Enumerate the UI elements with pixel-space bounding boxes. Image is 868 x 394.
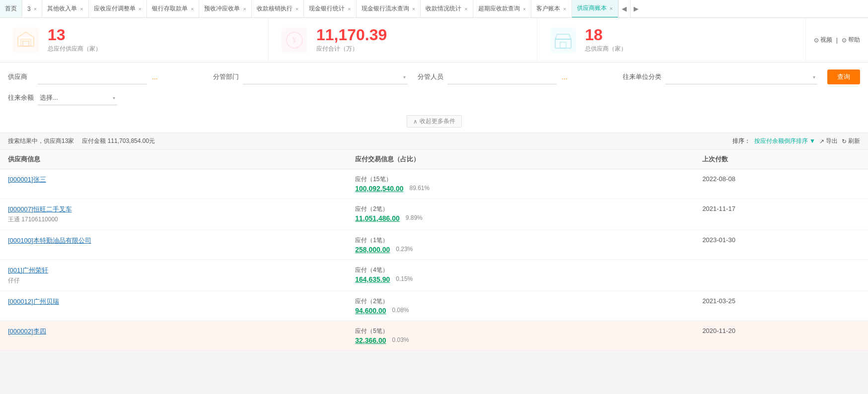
export-button[interactable]: ↗ 导出 bbox=[819, 137, 838, 145]
supplier-icon bbox=[12, 26, 40, 54]
payable-amount-link[interactable]: 100,092,540.00 bbox=[355, 185, 403, 193]
dept-select-wrap: ▾ bbox=[243, 69, 408, 84]
payable-count: 应付（2笔） bbox=[355, 205, 686, 213]
nav-tab-receipt-stat-close[interactable]: × bbox=[464, 6, 467, 12]
nav-tab-customer-account-label: 客户账本 bbox=[536, 4, 560, 13]
nav-tab-ar-ap-adjust-close[interactable]: × bbox=[139, 6, 142, 12]
payable-amount-link[interactable]: 94,600.00 bbox=[355, 307, 386, 315]
table-row: [000002]李四应付（5笔）32,366.000.03%2020-11-20 bbox=[0, 321, 868, 351]
refresh-button[interactable]: ↻ 刷新 bbox=[842, 137, 860, 145]
summary-payable-number: 11,170.39 bbox=[316, 27, 387, 43]
results-bar: 搜索结果中，供应商13家 应付金额 111,703,854.00元 排序： 按应… bbox=[0, 133, 868, 150]
nav-tab-supplier-account-label: 供应商账本 bbox=[577, 4, 607, 12]
nav-tab-advance-offset-close[interactable]: × bbox=[243, 6, 246, 12]
nav-tab-customer-account-close[interactable]: × bbox=[563, 6, 566, 12]
filter-supplier: 供应商 ... bbox=[8, 69, 203, 84]
nav-tab-home[interactable]: 首页 bbox=[0, 0, 22, 18]
category-filter-label: 往来单位分类 bbox=[623, 72, 661, 81]
dept-select[interactable] bbox=[243, 69, 408, 84]
nav-tab-supplier-account[interactable]: 供应商账本 × bbox=[572, 0, 618, 18]
supplier-input[interactable] bbox=[38, 69, 147, 84]
payable-percent: 89.61% bbox=[410, 185, 430, 192]
nav-tab-bank-deposit-close[interactable]: × bbox=[191, 6, 194, 12]
collapse-bar: ∧ 收起更多条件 bbox=[8, 111, 860, 132]
th-supplier-info: 供应商信息 bbox=[0, 150, 347, 169]
payable-info-cell: 应付（2笔）11,051,486.009.89% bbox=[347, 199, 694, 230]
supplier-name-link[interactable]: [000100]本特勤油品有限公司 bbox=[8, 237, 91, 244]
results-summary: 搜索结果中，供应商13家 应付金额 111,703,854.00元 bbox=[8, 137, 155, 145]
nav-tab-3-close[interactable]: × bbox=[34, 6, 37, 12]
nav-tab-overdue-ar[interactable]: 超期应收款查询 × bbox=[473, 0, 531, 18]
nav-tab-cash-bank-stat-close[interactable]: × bbox=[348, 6, 351, 12]
nav-arrow-right[interactable]: ▶ bbox=[630, 0, 642, 18]
nav-tab-receipt-verify-close[interactable]: × bbox=[295, 6, 298, 12]
collapse-up-icon: ∧ bbox=[413, 118, 418, 125]
nav-tab-3[interactable]: 3 × bbox=[22, 0, 42, 18]
nav-tab-cash-bank-stat[interactable]: 现金银行统计 × bbox=[304, 0, 356, 18]
nav-tab-receipt-stat[interactable]: 收款情况统计 × bbox=[421, 0, 473, 18]
collapse-button[interactable]: ∧ 收起更多条件 bbox=[407, 115, 462, 128]
help-link[interactable]: 帮助 bbox=[848, 36, 860, 44]
results-actions: 排序： 按应付余额倒序排序 ▼ ↗ 导出 ↻ 刷新 bbox=[732, 137, 860, 145]
nav-tab-home-label: 首页 bbox=[5, 4, 17, 13]
circle-icon-2: ⊙ bbox=[842, 37, 847, 44]
payable-amount-link[interactable]: 164,635.90 bbox=[355, 275, 390, 283]
payable-info-cell: 应付（2笔）94,600.000.08% bbox=[347, 291, 694, 321]
person-more-icon[interactable]: ... bbox=[562, 73, 568, 81]
nav-tab-overdue-ar-close[interactable]: × bbox=[523, 6, 526, 12]
person-input[interactable] bbox=[447, 69, 557, 84]
nav-tab-advance-offset[interactable]: 预收冲应收单 × bbox=[199, 0, 251, 18]
th-payable-info: 应付交易信息（占比） bbox=[347, 150, 694, 169]
supplier-name-link[interactable]: [000001]张三 bbox=[8, 176, 46, 183]
summary-suppliers-number: 13 bbox=[48, 27, 101, 43]
sort-label: 排序： bbox=[732, 137, 750, 145]
filter-balance: 往来余额 选择... ▾ bbox=[8, 90, 147, 105]
filter-person: 分管人员 ... bbox=[418, 69, 613, 84]
nav-tab-receipt-verify[interactable]: 收款核销执行 × bbox=[252, 0, 304, 18]
supplier-name-link[interactable]: [000012]广州贝瑞 bbox=[8, 298, 59, 305]
supplier-name-link[interactable]: [000007]恒旺二手叉车 bbox=[8, 205, 72, 213]
supplier-info-cell: [000012]广州贝瑞 bbox=[0, 291, 347, 321]
summary-card-2-content: 11,170.39 应付合计（万） bbox=[316, 27, 387, 53]
supplier-info-cell: [000100]本特勤油品有限公司 bbox=[0, 230, 347, 260]
refresh-icon: ↻ bbox=[842, 138, 847, 145]
summary-card-3-content: 18 总供应商（家） bbox=[585, 27, 627, 53]
supplier-more-icon[interactable]: ... bbox=[152, 73, 158, 81]
last-payment-cell bbox=[694, 260, 868, 291]
table-row: [000100]本特勤油品有限公司应付（1笔）258,000.000.23%20… bbox=[0, 230, 868, 260]
nav-tab-other-income[interactable]: 其他收入单 × bbox=[42, 0, 88, 18]
results-amount-text: 应付金额 111,703,854.00元 bbox=[82, 137, 155, 145]
summary-card-1-content: 13 总应付供应商（家） bbox=[48, 27, 101, 53]
payable-count: 应付（1笔） bbox=[355, 236, 686, 245]
category-select[interactable] bbox=[665, 69, 818, 84]
payable-amount-link[interactable]: 11,051,486.00 bbox=[355, 214, 400, 222]
sort-value[interactable]: 按应付余额倒序排序 ▼ bbox=[754, 137, 815, 145]
nav-tab-supplier-account-close[interactable]: × bbox=[610, 5, 613, 11]
table-row: [000001]张三应付（15笔）100,092,540.0089.61%202… bbox=[0, 169, 868, 199]
nav-arrow-left[interactable]: ◀ bbox=[618, 0, 630, 18]
supplier-name-link[interactable]: [001]广州荣轩 bbox=[8, 266, 48, 274]
nav-tab-other-income-close[interactable]: × bbox=[80, 6, 83, 12]
nav-tab-ar-ap-adjust[interactable]: 应收应付调整单 × bbox=[89, 0, 147, 18]
payable-percent: 0.03% bbox=[392, 336, 409, 343]
summary-total-suppliers-label: 总供应商（家） bbox=[585, 45, 627, 53]
payable-count: 应付（2笔） bbox=[355, 297, 686, 306]
nav-tab-cash-bank-flow[interactable]: 现金银行流水查询 × bbox=[357, 0, 421, 18]
search-button[interactable]: 查询 bbox=[827, 69, 860, 84]
supplier-name-link[interactable]: [000002]李四 bbox=[8, 328, 46, 335]
nav-tab-cash-bank-flow-close[interactable]: × bbox=[412, 6, 415, 12]
video-link[interactable]: 视频 bbox=[820, 36, 832, 44]
payable-amount-link[interactable]: 32,366.00 bbox=[355, 336, 386, 344]
svg-text:¥: ¥ bbox=[292, 36, 296, 44]
nav-tab-bank-deposit[interactable]: 银行存取款单 × bbox=[147, 0, 199, 18]
payable-info-cell: 应付（5笔）32,366.000.03% bbox=[347, 321, 694, 351]
collapse-btn-label: 收起更多条件 bbox=[420, 117, 455, 126]
payable-amount-link[interactable]: 258,000.00 bbox=[355, 246, 390, 254]
top-navigation: 首页 3 × 其他收入单 × 应收应付调整单 × 银行存取款单 × 预收冲应收单… bbox=[0, 0, 868, 18]
sort-value-text: 按应付余额倒序排序 bbox=[754, 137, 808, 144]
payable-info-cell: 应付（15笔）100,092,540.0089.61% bbox=[347, 169, 694, 199]
nav-tab-customer-account[interactable]: 客户账本 × bbox=[531, 0, 572, 18]
export-icon: ↗ bbox=[819, 138, 824, 145]
balance-select[interactable]: 选择... bbox=[38, 90, 117, 105]
results-suppliers-text: 搜索结果中，供应商13家 bbox=[8, 137, 74, 145]
